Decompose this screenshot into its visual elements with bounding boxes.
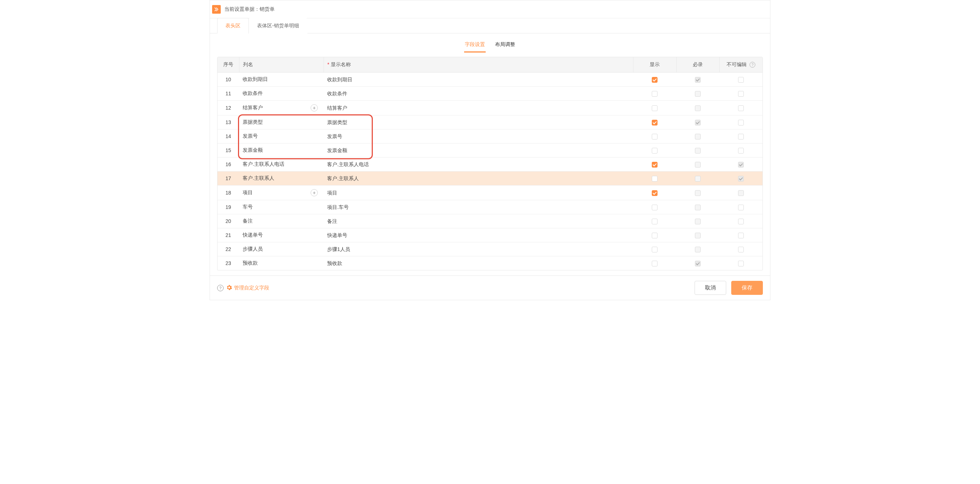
readonly-checkbox[interactable] [738, 261, 744, 266]
cell-required [676, 200, 719, 214]
cell-required [676, 228, 719, 242]
plus-icon[interactable]: + [310, 104, 318, 111]
readonly-checkbox[interactable] [738, 247, 744, 252]
sub-tab-1[interactable]: 布局调整 [494, 39, 516, 53]
required-checkbox [695, 219, 701, 224]
cell-display-name [323, 73, 633, 87]
gear-icon [226, 285, 232, 291]
display-name-input[interactable] [327, 247, 630, 252]
cell-name: 项目+ [239, 186, 323, 200]
cell-display-name [323, 129, 633, 143]
show-checkbox[interactable] [652, 261, 657, 266]
help-icon[interactable]: ? [217, 285, 224, 291]
show-checkbox[interactable] [652, 205, 657, 210]
cell-seq: 12 [218, 101, 239, 115]
top-tab-0[interactable]: 表头区 [217, 18, 249, 33]
required-checkbox [695, 205, 701, 210]
cell-readonly [719, 143, 762, 158]
display-name-input[interactable] [327, 190, 630, 196]
readonly-checkbox[interactable] [738, 77, 744, 83]
cancel-button[interactable]: 取消 [695, 281, 726, 295]
table-row: 23预收款 [218, 256, 762, 271]
display-name-input[interactable] [327, 176, 630, 182]
table-row: 10收款到期日 [218, 73, 762, 87]
sub-tab-0[interactable]: 字段设置 [464, 39, 486, 53]
table-row: 14发票号 [218, 129, 762, 143]
field-table-wrap: 序号 列名 *显示名称 显示 必录 不可编辑 ? 10收款到期日11收款条件12… [217, 57, 763, 271]
readonly-checkbox[interactable] [738, 148, 744, 154]
show-checkbox[interactable] [652, 148, 657, 154]
cell-display-name [323, 172, 633, 186]
header-title-name: 销货单 [259, 6, 275, 12]
cell-seq: 13 [218, 115, 239, 129]
cell-show [633, 101, 676, 115]
show-checkbox[interactable] [652, 176, 657, 182]
show-checkbox[interactable] [652, 219, 657, 224]
save-button[interactable]: 保存 [731, 281, 763, 295]
cell-name: 客户.主联系人 [239, 172, 323, 186]
show-checkbox[interactable] [652, 232, 657, 239]
cell-readonly [719, 172, 762, 186]
readonly-checkbox[interactable] [738, 91, 744, 97]
display-name-input[interactable] [327, 232, 630, 239]
readonly-checkbox[interactable] [738, 205, 744, 210]
display-name-input[interactable] [327, 219, 630, 224]
cell-required [676, 158, 719, 172]
cell-readonly [719, 87, 762, 101]
display-name-input[interactable] [327, 162, 630, 167]
sub-tabs: 字段设置布局调整 [210, 33, 770, 53]
required-checkbox [695, 148, 701, 154]
show-checkbox[interactable] [652, 247, 657, 252]
col-header-show: 显示 [633, 57, 676, 73]
show-checkbox[interactable] [652, 105, 657, 111]
display-name-input[interactable] [327, 134, 630, 140]
readonly-checkbox[interactable] [738, 120, 744, 126]
col-header-display: *显示名称 [323, 57, 633, 73]
cell-show [633, 214, 676, 228]
sidebar-toggle-button[interactable] [212, 5, 221, 14]
cell-readonly [719, 158, 762, 172]
cell-seq: 19 [218, 200, 239, 214]
cell-seq: 16 [218, 158, 239, 172]
help-icon[interactable]: ? [749, 62, 755, 68]
plus-icon[interactable]: + [310, 189, 318, 196]
show-checkbox[interactable] [652, 134, 657, 140]
required-checkbox [695, 105, 701, 111]
readonly-checkbox[interactable] [738, 232, 744, 239]
required-checkbox [695, 120, 701, 126]
readonly-checkbox[interactable] [738, 134, 744, 140]
cell-required [676, 73, 719, 87]
display-name-input[interactable] [327, 120, 630, 126]
show-checkbox[interactable] [652, 162, 657, 167]
readonly-checkbox [738, 190, 744, 196]
cell-show [633, 73, 676, 87]
cell-show [633, 172, 676, 186]
cell-show [633, 115, 676, 129]
display-name-input[interactable] [327, 105, 630, 111]
display-name-input[interactable] [327, 91, 630, 97]
top-tab-1[interactable]: 表体区-销货单明细 [249, 18, 307, 33]
name-label: 客户.主联系人 [243, 175, 274, 182]
cell-seq: 21 [218, 228, 239, 242]
cell-display-name [323, 158, 633, 172]
manage-custom-fields-link[interactable]: 管理自定义字段 [226, 285, 269, 291]
show-checkbox[interactable] [652, 77, 657, 83]
readonly-checkbox[interactable] [738, 105, 744, 111]
cell-seq: 14 [218, 129, 239, 143]
cell-show [633, 228, 676, 242]
display-name-input[interactable] [327, 148, 630, 154]
readonly-checkbox[interactable] [738, 219, 744, 224]
cell-required [676, 256, 719, 271]
name-label: 备注 [243, 218, 253, 224]
show-checkbox[interactable] [652, 91, 657, 97]
show-checkbox[interactable] [652, 120, 657, 126]
table-row: 15发票金额 [218, 143, 762, 158]
display-name-input[interactable] [327, 205, 630, 210]
cell-name: 快递单号 [239, 228, 323, 242]
display-name-input[interactable] [327, 77, 630, 83]
display-name-input[interactable] [327, 261, 630, 266]
col-header-readonly-label: 不可编辑 [727, 62, 747, 67]
cell-name: 预收款 [239, 256, 323, 271]
cell-readonly [719, 129, 762, 143]
show-checkbox[interactable] [652, 190, 657, 196]
